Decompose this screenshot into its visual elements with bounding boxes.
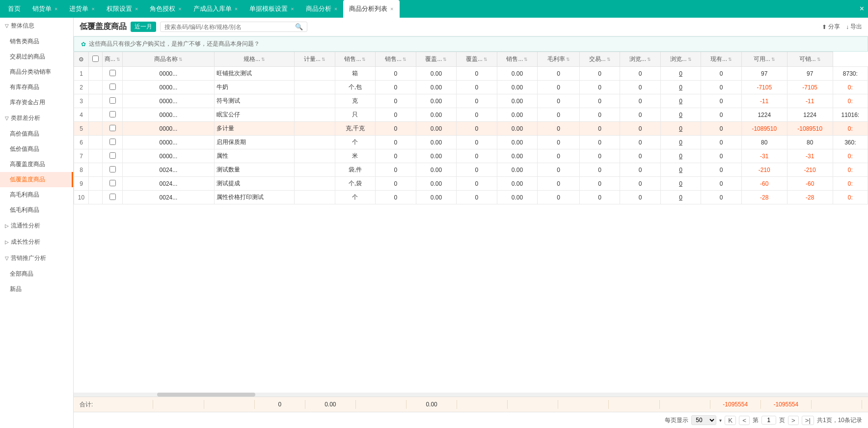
row-checkbox[interactable]: [109, 180, 116, 186]
sidebar-item-all-goods[interactable]: 全部商品: [0, 266, 73, 282]
row-checkbox[interactable]: [109, 125, 116, 131]
th-gross-margin[interactable]: 毛利率⇅: [538, 52, 580, 67]
close-icon[interactable]: ×: [291, 6, 294, 12]
close-icon[interactable]: ×: [334, 6, 337, 12]
th-saleable[interactable]: 可销...⇅: [787, 52, 833, 67]
row-checkbox[interactable]: [109, 70, 116, 76]
td-browse1[interactable]: 0: [660, 149, 701, 163]
close-all-tabs-button[interactable]: ×: [860, 4, 864, 13]
sidebar-item-traded-goods[interactable]: 交易过的商品: [0, 49, 73, 64]
row-checkbox[interactable]: [109, 152, 116, 159]
td-browse1[interactable]: 0: [660, 136, 701, 149]
th-sales-rate[interactable]: 销售...⇅: [497, 52, 538, 67]
td-browse1[interactable]: 0: [660, 94, 701, 108]
th-spec[interactable]: 规格...⇅: [214, 52, 294, 67]
td-checkbox[interactable]: [103, 108, 123, 122]
sidebar-item-category-rate[interactable]: 商品分类动销率: [0, 64, 73, 80]
close-icon[interactable]: ×: [91, 6, 94, 12]
td-checkbox[interactable]: [103, 191, 123, 204]
td-checkbox[interactable]: [103, 81, 123, 94]
th-current-stock[interactable]: 现有...⇅: [701, 52, 742, 67]
td-browse2: 0: [701, 81, 742, 94]
sidebar-item-stock-capital[interactable]: 库存资金占用: [0, 95, 73, 110]
first-page-button[interactable]: K: [725, 416, 736, 425]
sidebar-item-low-margin[interactable]: 低毛利商品: [0, 202, 73, 218]
th-name[interactable]: 商品名称⇅: [123, 52, 215, 67]
next-page-button[interactable]: >: [788, 416, 799, 425]
td-checkbox[interactable]: [103, 136, 123, 149]
th-sales-count[interactable]: 销售...⇅: [335, 52, 376, 67]
sidebar-section-overall[interactable]: ▽ 整体信息: [0, 18, 73, 34]
td-browse1[interactable]: 0: [660, 191, 701, 204]
th-settings[interactable]: ⚙: [74, 52, 89, 67]
sidebar-item-sales-goods[interactable]: 销售类商品: [0, 34, 73, 49]
td-browse1[interactable]: 0: [660, 67, 701, 81]
nav-tab-purchase[interactable]: 进货单 ×: [63, 0, 100, 18]
prev-page-button[interactable]: <: [739, 416, 750, 425]
row-checkbox[interactable]: [109, 97, 116, 104]
td-checkbox[interactable]: [103, 149, 123, 163]
last-page-button[interactable]: >|: [802, 416, 814, 425]
nav-tab-sales[interactable]: 销货单 ×: [27, 0, 63, 18]
sidebar-item-high-coverage[interactable]: 高覆盖度商品: [0, 157, 73, 172]
nav-tab-home[interactable]: 首页: [2, 0, 27, 18]
sidebar-item-high-margin[interactable]: 高毛利商品: [0, 187, 73, 202]
td-current-stock: -60: [741, 177, 787, 191]
nav-tab-production[interactable]: 产成品入库单 ×: [188, 0, 244, 18]
nav-tab-roles[interactable]: 角色授权 ×: [144, 0, 187, 18]
close-icon[interactable]: ×: [135, 6, 138, 12]
export-button[interactable]: ↓ 导出: [846, 23, 862, 31]
row-checkbox[interactable]: [109, 139, 116, 145]
td-browse1[interactable]: 0: [660, 122, 701, 136]
close-icon[interactable]: ×: [178, 6, 181, 12]
td-checkbox[interactable]: [103, 67, 123, 81]
scrollbar-thumb[interactable]: [157, 393, 255, 397]
th-unit[interactable]: 计量...⇅: [295, 52, 335, 67]
nav-tab-analysis-list[interactable]: 商品分析列表 ×: [343, 0, 399, 18]
close-icon[interactable]: ×: [54, 6, 57, 12]
share-button[interactable]: ⬆ 分享: [822, 23, 840, 31]
th-browse2[interactable]: 浏览...⇅: [660, 52, 701, 67]
sidebar-section-group[interactable]: ▽ 类群差分析: [0, 110, 73, 126]
sidebar-item-high-value[interactable]: 高价值商品: [0, 126, 73, 142]
nav-tab-templates[interactable]: 单据模板设置 ×: [244, 0, 299, 18]
period-button[interactable]: 近一月: [131, 22, 156, 32]
sidebar-section-growth[interactable]: ▷ 成长性分析: [0, 234, 73, 250]
sidebar-item-low-coverage[interactable]: 低覆盖度商品: [0, 172, 73, 187]
sidebar-item-new-goods[interactable]: 新品: [0, 282, 73, 297]
th-browse1[interactable]: 浏览...⇅: [620, 52, 661, 67]
nav-tab-permissions[interactable]: 权限设置 ×: [101, 0, 144, 18]
sidebar-item-low-value[interactable]: 低价值商品: [0, 142, 73, 157]
th-sales-amount[interactable]: 销售...⇅: [376, 52, 416, 67]
td-browse1[interactable]: 0: [660, 81, 701, 94]
td-browse1[interactable]: 0: [660, 108, 701, 122]
th-checkbox[interactable]: [89, 52, 103, 67]
th-coverage2[interactable]: 覆盖...⇅: [457, 52, 497, 67]
select-all-checkbox[interactable]: [92, 56, 99, 62]
th-code[interactable]: 商...⇅: [103, 52, 123, 67]
th-coverage1[interactable]: 覆盖...⇅: [416, 52, 457, 67]
row-checkbox[interactable]: [109, 111, 116, 117]
td-checkbox[interactable]: [103, 122, 123, 136]
td-checkbox[interactable]: [103, 94, 123, 108]
td-browse1[interactable]: 0: [660, 163, 701, 177]
td-browse1[interactable]: 0: [660, 177, 701, 191]
td-checkbox[interactable]: [103, 163, 123, 177]
sidebar-section-marketing[interactable]: ▽ 营销推广分析: [0, 250, 73, 266]
current-page-input[interactable]: [761, 416, 776, 425]
per-page-select[interactable]: 50 100 200: [691, 415, 716, 425]
th-transaction[interactable]: 交易...⇅: [579, 52, 620, 67]
row-checkbox[interactable]: [109, 194, 116, 200]
sidebar-item-stock-goods[interactable]: 有库存商品: [0, 80, 73, 95]
search-input[interactable]: [164, 24, 295, 30]
search-icon[interactable]: 🔍: [295, 23, 303, 30]
nav-tab-analysis[interactable]: 商品分析 ×: [300, 0, 343, 18]
row-checkbox[interactable]: [109, 166, 116, 172]
sidebar-section-flow[interactable]: ▷ 流通性分析: [0, 218, 73, 234]
th-available-stock[interactable]: 可用...⇅: [741, 52, 787, 67]
row-checkbox[interactable]: [109, 84, 116, 90]
close-icon[interactable]: ×: [235, 6, 238, 12]
close-icon[interactable]: ×: [390, 6, 393, 12]
horizontal-scrollbar[interactable]: [74, 393, 868, 397]
td-checkbox[interactable]: [103, 177, 123, 191]
